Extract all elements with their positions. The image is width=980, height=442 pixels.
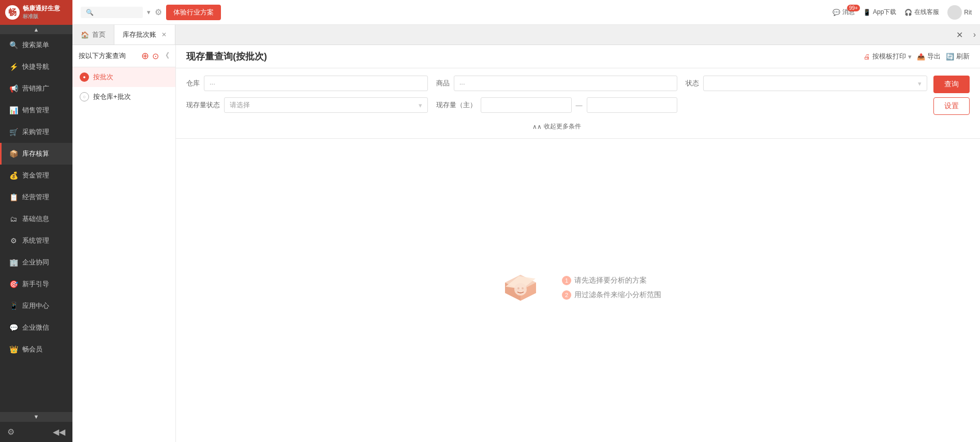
tab-close-btn[interactable]: ✕ bbox=[161, 31, 167, 38]
query-buttons: 查询 设置 bbox=[933, 76, 970, 115]
sidebar-item-finance[interactable]: 💰 资金管理 bbox=[0, 165, 72, 186]
add-scheme-btn[interactable]: ⊕ bbox=[141, 50, 149, 62]
sidebar-item-marketing[interactable]: 📢 营销推广 bbox=[0, 78, 72, 99]
print-template-label: 按模板打印 bbox=[872, 52, 906, 61]
warehouse-filter-group: 仓库 ··· bbox=[186, 76, 428, 91]
collapse-arrow-up-icon: ∧∧ bbox=[532, 123, 542, 130]
stock-status-select[interactable]: 请选择 ▾ bbox=[224, 97, 428, 113]
filter-area: 仓库 ··· 商品 ··· bbox=[176, 68, 980, 139]
collapse-sidebar-icon[interactable]: ◀◀ bbox=[53, 427, 65, 437]
product-input[interactable]: ··· bbox=[454, 76, 678, 91]
sidebar-header: 畅 畅康通好生意 标准版 bbox=[0, 0, 72, 25]
collapse-left-panel-icon[interactable]: 《 bbox=[162, 51, 169, 61]
main-area: 🔍 ▾ ⚙ 体验行业方案 💬 消息 99+ 📱 App下载 🎧 在线客服 Ri bbox=[72, 0, 980, 442]
sidebar-item-label: 基础信息 bbox=[22, 214, 49, 224]
export-btn[interactable]: 📤 导出 bbox=[917, 52, 941, 61]
sidebar-item-member[interactable]: 👑 畅会员 bbox=[0, 338, 72, 360]
empty-state: 1 请先选择要分析的方案 2 用过滤条件来缩小分析范围 bbox=[176, 139, 980, 442]
stock-amount-to-input[interactable] bbox=[587, 97, 678, 113]
print-dropdown-icon[interactable]: ▾ bbox=[908, 53, 912, 61]
sidebar-item-apps[interactable]: 📱 应用中心 bbox=[0, 295, 72, 317]
sidebar-item-search[interactable]: 🔍 搜索菜单 bbox=[0, 34, 72, 56]
sidebar-item-inventory[interactable]: 📦 库存核算 bbox=[0, 143, 72, 165]
sidebar-item-system[interactable]: ⚙ 系统管理 bbox=[0, 230, 72, 252]
user-name: Rit bbox=[964, 9, 972, 16]
refresh-btn[interactable]: 🔄 刷新 bbox=[946, 52, 970, 61]
sidebar-item-label: 营销推广 bbox=[22, 84, 49, 93]
svg-point-7 bbox=[522, 287, 524, 289]
warehouse-label: 仓库 bbox=[186, 79, 200, 88]
stock-amount-from-input[interactable] bbox=[481, 97, 572, 113]
panel-item-by-batch[interactable]: ● 按批次 bbox=[72, 67, 175, 87]
user-profile[interactable]: Rit bbox=[947, 5, 972, 20]
app-download-btn[interactable]: 📱 App下载 bbox=[863, 8, 896, 17]
topbar-left: 🔍 ▾ ⚙ 体验行业方案 bbox=[81, 5, 827, 20]
settings-gear-icon[interactable]: ⚙ bbox=[155, 7, 162, 17]
scheme-settings-icon[interactable]: ⊙ bbox=[152, 51, 159, 61]
sidebar-item-label: 企业微信 bbox=[22, 323, 49, 332]
print-template-btn[interactable]: 🖨 按模板打印 ▾ bbox=[864, 52, 912, 61]
filter-row-2: 现存量状态 请选择 ▾ 现存量（主） — bbox=[186, 97, 927, 113]
batch-scheme-icon: ● bbox=[80, 72, 89, 82]
product-label: 商品 bbox=[436, 79, 450, 88]
status-label: 状态 bbox=[686, 79, 699, 88]
svg-point-6 bbox=[517, 287, 519, 289]
warehouse-input[interactable]: ··· bbox=[204, 76, 428, 91]
online-service-btn[interactable]: 🎧 在线客服 bbox=[904, 8, 939, 17]
panel-item-label: 按仓库+批次 bbox=[93, 92, 131, 101]
sidebar-item-label: 快捷导航 bbox=[22, 62, 49, 71]
stock-status-label: 现存量状态 bbox=[186, 100, 220, 110]
settings-icon[interactable]: ⚙ bbox=[7, 427, 14, 437]
sidebar-footer: ⚙ ◀◀ bbox=[0, 421, 72, 442]
app-edition: 标准版 bbox=[23, 13, 60, 20]
experience-btn[interactable]: 体验行业方案 bbox=[166, 5, 221, 20]
message-badge: 99+ bbox=[847, 5, 860, 11]
status-select[interactable]: ▾ bbox=[703, 76, 927, 91]
wechat-icon: 💬 bbox=[9, 323, 18, 332]
sidebar-item-quick[interactable]: ⚡ 快捷导航 bbox=[0, 56, 72, 78]
right-content: 现存量查询(按批次) 🖨 按模板打印 ▾ 📤 导出 🔄 刷新 bbox=[176, 45, 980, 442]
export-icon: 📤 bbox=[917, 53, 925, 61]
query-btn[interactable]: 查询 bbox=[933, 76, 970, 93]
collapse-row: ∧∧ 收起更多条件 bbox=[186, 119, 927, 131]
sidebar-item-basic[interactable]: 🗂 基础信息 bbox=[0, 208, 72, 230]
stock-amount-filter-group: 现存量（主） — bbox=[436, 97, 678, 113]
sidebar-item-purchase[interactable]: 🛒 采购管理 bbox=[0, 121, 72, 143]
stock-amount-dash: — bbox=[576, 101, 583, 109]
topbar: 🔍 ▾ ⚙ 体验行业方案 💬 消息 99+ 📱 App下载 🎧 在线客服 Ri bbox=[72, 0, 980, 25]
message-btn[interactable]: 💬 消息 99+ bbox=[833, 8, 855, 17]
page-title: 现存量查询(按批次) bbox=[186, 50, 267, 63]
collapse-btn[interactable]: ∧∧ 收起更多条件 bbox=[532, 122, 581, 131]
tab-home[interactable]: 🏠 首页 bbox=[72, 25, 114, 45]
search-menu-icon: 🔍 bbox=[9, 40, 18, 50]
sidebar-item-sales[interactable]: 📊 销售管理 bbox=[0, 99, 72, 121]
search-icon: 🔍 bbox=[86, 9, 94, 16]
tabbar: 🏠 首页 库存批次账 ✕ ✕ › bbox=[72, 25, 980, 45]
empty-illustration bbox=[495, 264, 546, 316]
sidebar-item-label: 库存核算 bbox=[22, 149, 49, 158]
sidebar-item-operations[interactable]: 📋 经营管理 bbox=[0, 186, 72, 208]
sidebar-item-enterprise[interactable]: 🏢 企业协同 bbox=[0, 252, 72, 273]
apps-icon: 📱 bbox=[9, 301, 18, 311]
refresh-label: 刷新 bbox=[956, 52, 970, 61]
settings-btn[interactable]: 设置 bbox=[933, 97, 970, 115]
app-download-label: App下载 bbox=[873, 8, 896, 17]
sales-icon: 📊 bbox=[9, 106, 18, 115]
enterprise-icon: 🏢 bbox=[9, 258, 18, 267]
collapse-label: 收起更多条件 bbox=[544, 122, 581, 131]
tip2-text: 用过滤条件来缩小分析范围 bbox=[574, 290, 661, 300]
sidebar-item-newbie[interactable]: 🎯 新手引导 bbox=[0, 273, 72, 295]
topbar-search[interactable]: 🔍 bbox=[81, 7, 143, 18]
page-header: 现存量查询(按批次) 🖨 按模板打印 ▾ 📤 导出 🔄 刷新 bbox=[176, 45, 980, 68]
dropdown-arrow-icon[interactable]: ▾ bbox=[147, 8, 151, 16]
stock-status-filter-group: 现存量状态 请选择 ▾ bbox=[186, 97, 428, 113]
topbar-right: 💬 消息 99+ 📱 App下载 🎧 在线客服 Rit bbox=[833, 5, 972, 20]
tab-close-main-btn[interactable]: ✕ bbox=[950, 26, 969, 44]
panel-item-by-warehouse-batch[interactable]: ○ 按仓库+批次 bbox=[72, 87, 175, 107]
sidebar-scroll-up[interactable]: ▲ bbox=[0, 25, 72, 34]
phone-icon: 📱 bbox=[863, 9, 871, 16]
tab-scroll-right-icon[interactable]: › bbox=[969, 30, 980, 39]
tab-inventory-batch[interactable]: 库存批次账 ✕ bbox=[114, 25, 175, 45]
sidebar-scroll-down[interactable]: ▼ bbox=[0, 412, 72, 421]
sidebar-item-wechat[interactable]: 💬 企业微信 bbox=[0, 317, 72, 338]
